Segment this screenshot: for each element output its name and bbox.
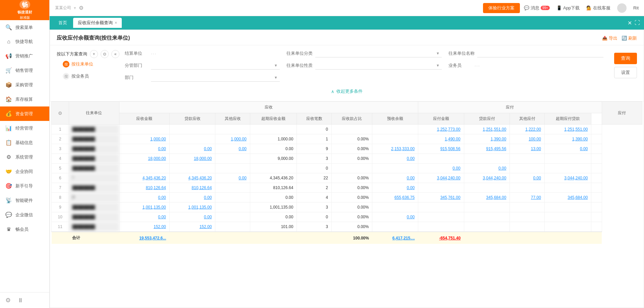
sidebar-item-finance[interactable]: 💰资金管理: [0, 106, 49, 121]
tab-close-btn[interactable]: ✕: [628, 20, 632, 26]
sidebar-item-coop[interactable]: 🤝企业协同: [0, 164, 49, 179]
data-cell[interactable]: 0.00: [464, 164, 510, 173]
data-cell[interactable]: 0.00: [169, 144, 215, 154]
settlement-dots[interactable]: ···: [151, 51, 157, 56]
data-cell[interactable]: 1,001,135.00: [119, 203, 169, 212]
sidebar-item-operation[interactable]: 📊经营管理: [0, 121, 49, 135]
data-cell[interactable]: 2,153,333.00: [372, 144, 418, 154]
data-cell[interactable]: 100.00: [510, 134, 545, 144]
query-button[interactable]: 查询: [614, 53, 637, 64]
sidebar-item-inventory[interactable]: 🏠库存核算: [0, 92, 49, 106]
data-cell[interactable]: 0.00: [372, 154, 418, 164]
data-cell[interactable]: 77.00: [510, 193, 545, 203]
data-cell[interactable]: 152.00: [119, 222, 169, 232]
data-cell[interactable]: 655,636.75: [372, 193, 418, 203]
data-cell[interactable]: 1,001,135.00: [169, 203, 215, 212]
sidebar-item-system[interactable]: ⚙系统管理: [0, 150, 49, 164]
data-cell[interactable]: 3,044,240.00: [544, 173, 591, 183]
data-cell[interactable]: 4,345,436.20: [119, 173, 169, 183]
sidebar-item-guide[interactable]: 🎯新手引导: [0, 179, 49, 193]
data-cell[interactable]: 1,000.00: [119, 134, 169, 144]
sidebar-item-purchase[interactable]: 📦采购管理: [0, 78, 49, 92]
data-cell[interactable]: 0.00: [169, 193, 215, 203]
data-cell[interactable]: 13.00: [510, 144, 545, 154]
set-button[interactable]: 设置: [614, 67, 637, 78]
footer-recv-amount[interactable]: 19,553,472.6...: [119, 232, 169, 244]
unit-category-select[interactable]: ▾: [315, 49, 441, 57]
message-icon-group[interactable]: 💬 消息 99+: [524, 5, 550, 11]
export-btn[interactable]: 📤 导出: [602, 35, 618, 41]
tab-expand-btn[interactable]: ⛶: [635, 20, 640, 26]
tab-close-icon[interactable]: ×: [115, 20, 117, 25]
data-cell[interactable]: 345,761.00: [418, 193, 464, 203]
data-cell[interactable]: 1,390.00: [464, 134, 510, 144]
sidebar-item-basic[interactable]: 📋基础信息: [0, 135, 49, 150]
data-cell[interactable]: 4,345,436.20: [169, 173, 215, 183]
sidebar-item-quick[interactable]: ⌂快捷导航: [0, 35, 49, 49]
data-cell[interactable]: 18,000.00: [119, 154, 169, 164]
data-cell[interactable]: 0.00: [510, 173, 545, 183]
data-cell[interactable]: 345,684.00: [464, 193, 510, 203]
data-cell[interactable]: 915,495.56: [464, 144, 510, 154]
add-scheme-btn[interactable]: +: [90, 50, 98, 58]
data-cell[interactable]: 0.00: [215, 173, 250, 183]
sidebar-item-hardware[interactable]: 📡智能硬件: [0, 193, 49, 208]
sidebar-item-member[interactable]: ♛畅会员: [0, 222, 49, 236]
edit-scheme-btn[interactable]: ⊙: [101, 50, 109, 58]
data-cell[interactable]: 3,044,240.00: [464, 173, 510, 183]
data-cell[interactable]: 1,490.00: [418, 134, 464, 144]
app-download[interactable]: 📱 App下载: [556, 5, 580, 11]
settings-gear[interactable]: ⚙: [79, 5, 84, 11]
collapse-btn[interactable]: ∧ 收起更多条件: [57, 86, 637, 97]
tab-active[interactable]: 应收应付余额查询 ×: [73, 18, 122, 28]
data-cell[interactable]: 1,251,551.00: [464, 125, 510, 134]
data-cell[interactable]: 1,251,551.00: [544, 125, 591, 134]
tab-home[interactable]: 首页: [54, 18, 72, 28]
th-settings[interactable]: ⚙: [52, 102, 69, 125]
sidebar-item-sales[interactable]: 🛒销售管理: [0, 63, 49, 78]
data-cell[interactable]: 0.00: [169, 212, 215, 222]
data-cell[interactable]: 18,000.00: [169, 154, 215, 164]
data-cell[interactable]: 0.00: [119, 212, 169, 222]
filter-option-by-staff[interactable]: 按 按业务员: [59, 72, 119, 81]
dept-select[interactable]: ▾: [151, 74, 280, 82]
filter-option-by-unit[interactable]: 按 按往来单位: [59, 59, 119, 69]
data-cell[interactable]: 152.00: [169, 222, 215, 232]
settings-icon[interactable]: ⚙: [5, 297, 11, 304]
data-cell[interactable]: 1,000.00: [215, 134, 250, 144]
data-cell[interactable]: 0.00: [372, 183, 418, 193]
footer-prepaid[interactable]: 6,417,215....: [372, 232, 418, 244]
sidebar-item-search[interactable]: 🔍搜索菜单: [0, 20, 49, 35]
data-cell[interactable]: 345,684.00: [544, 193, 591, 203]
data-cell[interactable]: 810,126.64: [119, 183, 169, 193]
sidebar-item-wechat[interactable]: 💬企业微信: [0, 208, 49, 222]
data-cell: 0: [297, 164, 332, 173]
data-cell[interactable]: 0.00: [372, 173, 418, 183]
data-cell[interactable]: 0.00: [372, 212, 418, 222]
data-cell[interactable]: 0.00: [544, 144, 591, 154]
sidebar-item-marketing[interactable]: 📢营销推广: [0, 49, 49, 63]
data-cell[interactable]: 1,252,773.00: [418, 125, 464, 134]
collapse-icon[interactable]: ⏸: [17, 297, 23, 304]
data-cell[interactable]: 3,044,240.00: [418, 173, 464, 183]
footer-pay-amount[interactable]: -654,751.40: [418, 232, 464, 244]
data-cell[interactable]: 0.00: [418, 164, 464, 173]
trial-btn[interactable]: 体验行业方案: [483, 3, 520, 13]
data-cell[interactable]: 915,508.56: [418, 144, 464, 154]
unit-nature-select[interactable]: ▾: [315, 61, 441, 70]
data-cell[interactable]: 0.00: [119, 144, 169, 154]
data-cell[interactable]: 1,222.00: [510, 125, 545, 134]
salesperson-dots[interactable]: ···: [475, 63, 480, 68]
data-cell[interactable]: 0.00: [215, 144, 250, 154]
unit-name-input[interactable]: [477, 49, 603, 57]
data-cell[interactable]: 810,126.64: [169, 183, 215, 193]
online-service[interactable]: 💁 在线客服: [586, 5, 610, 11]
more-scheme-btn[interactable]: «: [111, 50, 119, 58]
data-cell[interactable]: 0.00: [119, 193, 169, 203]
dept-manager-select[interactable]: ▾: [151, 61, 280, 70]
refresh-btn[interactable]: 🔄 刷新: [622, 35, 637, 41]
user-avatar[interactable]: [617, 3, 627, 13]
table-container[interactable]: ⚙ 往来单位 应收 应付 应付 应收金额 贷款应收 其他应收 超期应收金额 应收…: [50, 101, 644, 289]
data-cell[interactable]: 1,390.00: [544, 134, 591, 144]
table-settings-icon[interactable]: ⚙: [58, 111, 62, 116]
